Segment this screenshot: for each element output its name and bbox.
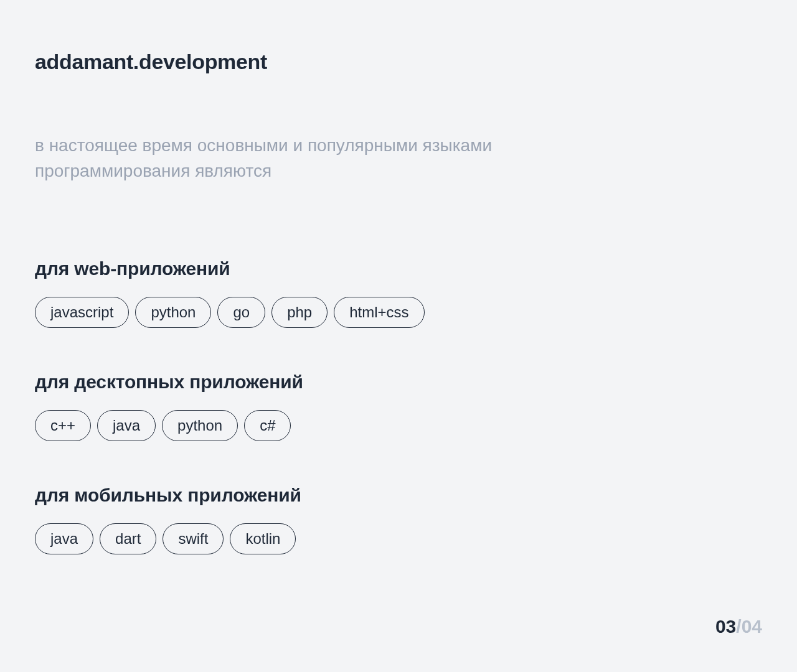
page-counter: 03/04 [715, 616, 762, 637]
page-separator: / [736, 616, 741, 637]
tag-pill: python [162, 410, 238, 441]
section-web-tags: javascript python go php html+css [35, 297, 762, 328]
section-mobile: для мобильных приложений java dart swift… [35, 485, 762, 554]
tag-pill: swift [163, 523, 224, 554]
section-desktop-title: для десктопных приложений [35, 371, 762, 393]
tag-pill: python [135, 297, 211, 328]
tag-pill: go [217, 297, 265, 328]
tag-pill: dart [100, 523, 156, 554]
page-total: 04 [742, 616, 762, 637]
section-desktop-tags: c++ java python c# [35, 410, 762, 441]
tag-pill: c++ [35, 410, 91, 441]
tag-pill: html+css [334, 297, 424, 328]
section-web: для web-приложений javascript python go … [35, 258, 762, 328]
tag-pill: javascript [35, 297, 129, 328]
tag-pill: php [271, 297, 328, 328]
intro-text: в настоящее время основными и популярным… [35, 133, 502, 184]
tag-pill: java [97, 410, 156, 441]
tag-pill: kotlin [230, 523, 296, 554]
section-mobile-title: для мобильных приложений [35, 485, 762, 506]
brand-title: addamant.development [35, 50, 762, 74]
tag-pill: java [35, 523, 93, 554]
section-desktop: для десктопных приложений c++ java pytho… [35, 371, 762, 441]
tag-pill: c# [244, 410, 291, 441]
section-mobile-tags: java dart swift kotlin [35, 523, 762, 554]
section-web-title: для web-приложений [35, 258, 762, 279]
page-current: 03 [715, 616, 736, 637]
